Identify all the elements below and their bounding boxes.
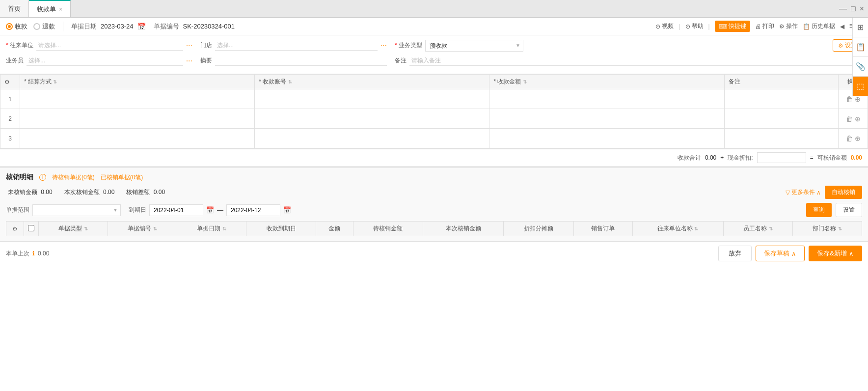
- row-1-settlement[interactable]: [20, 89, 255, 109]
- staff-more-icon[interactable]: ···: [186, 57, 192, 65]
- partner-field: 往来单位 ···: [6, 40, 192, 51]
- staff-input[interactable]: [27, 56, 183, 66]
- window-min-btn[interactable]: —: [839, 4, 847, 13]
- cal-from-icon[interactable]: 📅: [206, 206, 214, 214]
- radio-receipt-dot: [6, 23, 13, 30]
- store-more-icon[interactable]: ···: [380, 42, 387, 50]
- row-3-note[interactable]: [724, 129, 838, 148]
- row-2-note[interactable]: [724, 109, 838, 129]
- row-1-amount[interactable]: [489, 89, 724, 109]
- row-2-delete-icon[interactable]: 🗑: [846, 115, 853, 123]
- btcol-gear[interactable]: ⚙: [6, 222, 24, 236]
- right-panel-icon-4[interactable]: ⬚: [853, 77, 868, 96]
- abandon-btn[interactable]: 放弃: [718, 246, 752, 261]
- window-close-btn[interactable]: ×: [860, 4, 864, 13]
- biz-type-select[interactable]: 预收款: [425, 40, 523, 52]
- row-3-settlement[interactable]: [20, 129, 255, 148]
- btcol-partner[interactable]: 往来单位名称: [632, 222, 723, 236]
- discount-input[interactable]: [757, 152, 806, 163]
- range-select[interactable]: [32, 204, 121, 216]
- radio-receipt[interactable]: 收款: [6, 22, 27, 31]
- btcol-no[interactable]: 单据编号: [108, 222, 177, 236]
- col-account-header[interactable]: * 收款账号: [255, 75, 489, 89]
- cal-to-icon[interactable]: 📅: [283, 206, 291, 214]
- date-from-input[interactable]: [149, 204, 203, 216]
- col-settlement-header[interactable]: * 结算方式: [20, 75, 255, 89]
- window-max-btn[interactable]: □: [851, 4, 856, 13]
- verification-table: ⚙ 单据类型 单据编号 单据日: [6, 221, 862, 236]
- biz-type-select-wrapper[interactable]: 预收款: [425, 40, 523, 52]
- tab-receipt[interactable]: 收款单 ×: [29, 0, 71, 17]
- verification-title: 核销明细: [6, 173, 33, 182]
- note-label: 备注: [395, 56, 407, 65]
- action-video[interactable]: ⊙ 视频: [655, 22, 674, 30]
- top-toolbar: 收款 退款 单据日期 2023-03-24 📅 单据编号 SK-20230324…: [0, 18, 868, 35]
- summary-input[interactable]: [215, 56, 387, 66]
- row-2-account[interactable]: [255, 109, 489, 129]
- btcol-date[interactable]: 单据日期: [177, 222, 246, 236]
- store-input[interactable]: [215, 40, 378, 51]
- range-select-wrapper[interactable]: [32, 204, 121, 216]
- more-filter-link[interactable]: ▽ 更多条件 ∧: [786, 188, 821, 196]
- calendar-icon[interactable]: 📅: [137, 23, 146, 30]
- available-label: 可核销金额: [817, 154, 847, 162]
- row-1-note[interactable]: [724, 89, 838, 109]
- row-1-account[interactable]: [255, 89, 489, 109]
- btcol-staff[interactable]: 员工名称: [723, 222, 792, 236]
- doc-date-value: 2023-03-24: [101, 23, 134, 30]
- per-order-value: 0.00: [38, 250, 49, 257]
- pending-tab-link[interactable]: 待核销单据(0笔): [52, 173, 95, 182]
- current-stat: 本次核销金额 0.00: [62, 188, 115, 196]
- row-3-delete-icon[interactable]: 🗑: [846, 135, 853, 142]
- row-2-settlement[interactable]: [20, 109, 255, 129]
- verification-info-icon[interactable]: i: [39, 174, 46, 181]
- col-amount-header[interactable]: * 收款金额: [489, 75, 724, 89]
- plus-sign: +: [720, 154, 724, 161]
- row-3-account[interactable]: [255, 129, 489, 148]
- doc-date-label: 单据日期: [71, 22, 97, 31]
- row-2-copy-icon[interactable]: ⊕: [855, 115, 861, 123]
- tab-bar: 首页 收款单 × — □ ×: [0, 0, 868, 18]
- radio-refund[interactable]: 退款: [33, 22, 55, 31]
- staff-field: 业务员 ···: [6, 56, 192, 66]
- auto-verify-btn[interactable]: 自动核销: [825, 186, 862, 199]
- btcol-dept[interactable]: 部门名称: [792, 222, 862, 236]
- right-panel-icon-2[interactable]: 📋: [853, 37, 868, 57]
- done-tab-link[interactable]: 已核销单据(0笔): [101, 173, 143, 182]
- per-order-info-icon[interactable]: ℹ: [32, 250, 35, 257]
- tab-home[interactable]: 首页: [0, 0, 29, 17]
- action-print[interactable]: 🖨 打印: [755, 22, 774, 30]
- table-gear-header[interactable]: ⚙: [0, 75, 20, 89]
- query-actions: 查询 设置: [806, 203, 862, 217]
- right-panel-icon-1[interactable]: ⊞: [853, 18, 868, 37]
- row-3-amount[interactable]: [489, 129, 724, 148]
- action-operation[interactable]: ⚙ 操作: [779, 22, 798, 30]
- date-to-input[interactable]: [226, 204, 280, 216]
- col-note-header: 备注: [724, 75, 838, 89]
- radio-refund-label: 退款: [42, 22, 55, 31]
- btcol-type[interactable]: 单据类型: [39, 222, 108, 236]
- tab-close-icon[interactable]: ×: [59, 6, 62, 13]
- row-2-amount[interactable]: [489, 109, 724, 129]
- per-order-label: 本单上次: [6, 250, 29, 258]
- shortcut-btn[interactable]: ⌨ 快捷键: [715, 21, 750, 32]
- save-draft-btn[interactable]: 保存草稿 ∧: [756, 246, 805, 261]
- right-panel-icon-3[interactable]: 📎: [853, 57, 868, 77]
- action-help[interactable]: ⊙ 帮助: [685, 22, 704, 30]
- verify-settings-btn[interactable]: 设置: [836, 203, 862, 217]
- save-new-btn[interactable]: 保存&新增 ∧: [809, 246, 862, 261]
- partner-more-icon[interactable]: ···: [186, 42, 192, 50]
- biz-type-field: 业务类型 预收款: [395, 40, 825, 52]
- receipt-type-group: 收款 退款: [6, 22, 55, 31]
- verification-header: 核销明细 i 待核销单据(0笔) 已核销单据(0笔): [6, 173, 862, 182]
- select-all-checkbox[interactable]: [28, 225, 34, 231]
- radio-receipt-label: 收款: [15, 22, 27, 31]
- btcol-checkbox[interactable]: [24, 222, 39, 236]
- row-3-copy-icon[interactable]: ⊕: [855, 135, 861, 142]
- partner-input[interactable]: [36, 40, 183, 51]
- row-1-delete-icon[interactable]: 🗑: [846, 95, 853, 103]
- action-history[interactable]: 📋 历史单据: [803, 22, 835, 30]
- note-input[interactable]: [409, 56, 862, 66]
- nav-prev-icon[interactable]: ◀: [840, 23, 844, 30]
- query-btn[interactable]: 查询: [806, 203, 832, 217]
